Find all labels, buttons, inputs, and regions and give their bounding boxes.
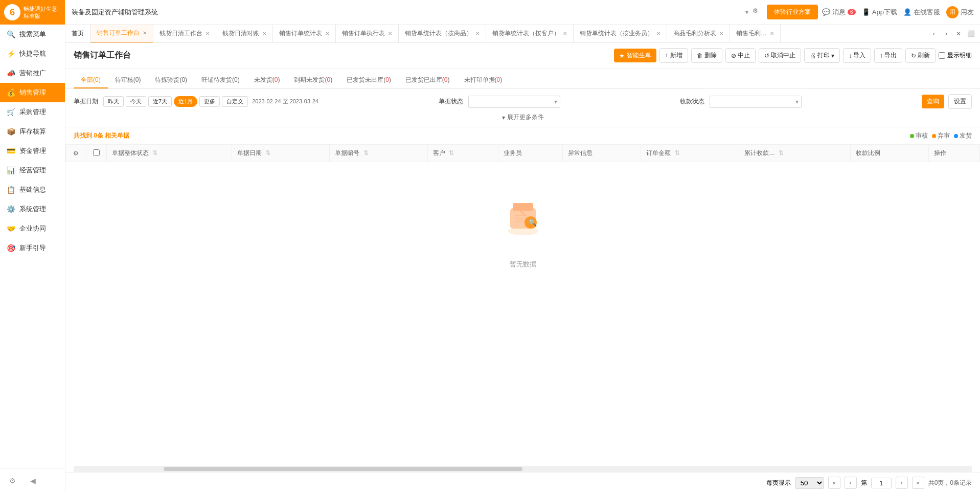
sidebar-item-cooperation[interactable]: 🤝企业协同 <box>0 219 65 238</box>
tab-maximize[interactable]: ⬜ <box>966 29 976 39</box>
sort-icon-date[interactable]: ⇅ <box>265 149 270 156</box>
collapse-icon[interactable]: ◀ <box>25 473 41 489</box>
sidebar-item-guide[interactable]: 🎯新手引导 <box>0 238 65 258</box>
tab-item-6[interactable]: 销货单统计表（按商品）✕ <box>399 25 486 43</box>
expand-btn[interactable]: ▾ 展开更多条件 <box>502 113 544 122</box>
tab-item-7[interactable]: 销货单统计表（按客户）✕ <box>486 25 574 43</box>
sub-tab-4[interactable]: 未发货(0) <box>247 73 287 88</box>
sub-tab-7[interactable]: 已发货已出库(0) <box>398 73 457 88</box>
sub-tab-1[interactable]: 待审核(0) <box>108 73 148 88</box>
tab-item-9[interactable]: 商品毛利分析表✕ <box>667 25 730 43</box>
delete-btn[interactable]: 🗑 删除 <box>691 48 722 63</box>
tab-scroll-left[interactable]: ‹ <box>929 29 939 39</box>
empty-icon: 🔍 <box>497 193 549 254</box>
tab-item-2[interactable]: 钱货日清工作台✕ <box>153 25 216 43</box>
dropdown-arrow[interactable]: ▾ <box>745 9 748 16</box>
tab-item-8[interactable]: 销货单统计表（按业务员）✕ <box>574 25 667 43</box>
show-detail-label[interactable]: 显示明细 <box>939 51 972 60</box>
date-btn-自定义[interactable]: 自定义 <box>222 96 248 107</box>
sidebar-item-finance[interactable]: 💳资金管理 <box>0 141 65 161</box>
col-setting[interactable]: ⚙ <box>66 145 86 162</box>
sidebar-item-purchase[interactable]: 🛒采购管理 <box>0 102 65 122</box>
tab-item-4[interactable]: 销售订单统计表✕ <box>273 25 336 43</box>
date-btn-近7天[interactable]: 近7天 <box>148 96 172 107</box>
tab-item-1[interactable]: 销售订单工作台✕ <box>90 25 153 43</box>
sidebar-item-sales[interactable]: 💰销售管理 <box>0 83 65 102</box>
scrollbar-area[interactable] <box>74 466 972 472</box>
sidebar-item-operation[interactable]: 📊经营管理 <box>0 161 65 180</box>
last-page-btn[interactable]: » <box>912 477 924 489</box>
sub-tab-0[interactable]: 全部(0) <box>74 73 108 88</box>
status-select[interactable] <box>468 96 560 108</box>
tab-close-4[interactable]: ✕ <box>325 31 329 36</box>
show-detail-checkbox[interactable] <box>939 52 945 59</box>
online-service-item[interactable]: 👤 在线客服 <box>903 8 940 17</box>
tab-close-9[interactable]: ✕ <box>719 31 723 36</box>
tab-close-2[interactable]: ✕ <box>206 31 210 36</box>
export-btn[interactable]: ↑ 导出 <box>874 48 902 63</box>
industry-btn[interactable]: 体验行业方案 <box>767 5 818 19</box>
page-size-select[interactable]: 50 10 20 100 <box>795 477 824 489</box>
tab-scroll-right[interactable]: › <box>941 29 951 39</box>
tab-close-6[interactable]: ✕ <box>475 31 480 36</box>
prev-page-btn[interactable]: ‹ <box>845 477 857 489</box>
tab-close-3[interactable]: ✕ <box>262 31 266 36</box>
print-btn[interactable]: 🖨 打印 ▾ <box>804 48 840 63</box>
sort-icon-received[interactable]: ⇅ <box>779 149 784 156</box>
sub-tab-6[interactable]: 已发货未出库(0) <box>339 73 398 88</box>
sidebar-item-marketing[interactable]: 📣营销推广 <box>0 63 65 83</box>
tab-item-0[interactable]: 首页 <box>65 25 90 43</box>
query-btn[interactable]: 查询 <box>922 95 944 108</box>
sidebar-item-search[interactable]: 🔍搜索菜单 <box>0 25 65 44</box>
date-btn-今天[interactable]: 今天 <box>126 96 146 107</box>
col-checkbox[interactable] <box>86 145 107 162</box>
tab-item-10[interactable]: 销售毛利…✕ <box>730 25 781 43</box>
settings-filter-btn[interactable]: 设置 <box>948 94 972 109</box>
tab-close-7[interactable]: ✕ <box>563 31 567 36</box>
smart-gen-btn[interactable]: ★ 智能生单 <box>614 49 656 62</box>
date-btn-更多[interactable]: 更多 <box>199 96 220 107</box>
date-btn-昨天[interactable]: 昨天 <box>103 96 124 107</box>
sort-icon-status[interactable]: ⇅ <box>152 149 157 156</box>
next-page-btn[interactable]: › <box>896 477 908 489</box>
settings-gear-icon[interactable]: ⚙ <box>753 7 763 17</box>
ship-toolbar-btn[interactable]: 发货 <box>954 131 972 140</box>
tab-close-10[interactable]: ✕ <box>770 31 774 36</box>
payment-select[interactable] <box>710 96 802 108</box>
date-btn-近1月[interactable]: 近1月 <box>174 96 197 107</box>
stop-btn[interactable]: ⊘ 中止 <box>725 48 756 63</box>
tab-close-all[interactable]: ✕ <box>953 29 964 39</box>
sub-tab-8[interactable]: 未打印单据(0) <box>457 73 510 88</box>
sort-icon-number[interactable]: ⇅ <box>363 149 369 156</box>
sidebar-item-inventory[interactable]: 📦库存核算 <box>0 122 65 141</box>
nav-icon-basic: 📋 <box>6 185 15 194</box>
tab-close-5[interactable]: ✕ <box>388 31 392 36</box>
tab-item-5[interactable]: 销售订单执行表✕ <box>336 25 399 43</box>
app-download-item[interactable]: 📱 App下载 <box>862 8 897 17</box>
message-icon-item[interactable]: 💬 消息 6 <box>822 8 856 17</box>
first-page-btn[interactable]: « <box>828 477 840 489</box>
sidebar-item-basic[interactable]: 📋基础信息 <box>0 180 65 199</box>
page-input[interactable] <box>871 478 892 488</box>
refresh-btn[interactable]: ↻ 刷新 <box>905 48 936 63</box>
tab-item-3[interactable]: 钱货日清对账✕ <box>216 25 273 43</box>
cancel-stop-btn[interactable]: ↺ 取消中止 <box>759 48 801 63</box>
settings-icon[interactable]: ⚙ <box>4 473 20 489</box>
sort-icon-amount[interactable]: ⇅ <box>675 149 680 156</box>
user-item[interactable]: 用 用友 <box>946 6 974 18</box>
scrollbar-thumb[interactable] <box>164 467 523 471</box>
select-all-checkbox[interactable] <box>93 149 100 156</box>
tab-close-8[interactable]: ✕ <box>656 31 660 36</box>
review-toolbar-btn[interactable]: 审核 <box>910 131 928 140</box>
sub-tab-5[interactable]: 到期未发货(0) <box>287 73 339 88</box>
sub-tab-2[interactable]: 待拣验货(0) <box>148 73 194 88</box>
sort-icon-customer[interactable]: ⇅ <box>449 149 454 156</box>
sidebar-item-quick[interactable]: ⚡快捷导航 <box>0 44 65 63</box>
sidebar-item-system[interactable]: ⚙️系统管理 <box>0 199 65 219</box>
cancel-toolbar-btn[interactable]: 弃审 <box>932 131 950 140</box>
sub-tab-3[interactable]: 旺铺待发货(0) <box>194 73 247 88</box>
import-btn[interactable]: ↓ 导入 <box>843 48 871 63</box>
new-btn[interactable]: + 新增 <box>659 48 688 63</box>
tab-close-1[interactable]: ✕ <box>143 30 147 36</box>
col-salesman: 业务员 <box>498 145 563 162</box>
